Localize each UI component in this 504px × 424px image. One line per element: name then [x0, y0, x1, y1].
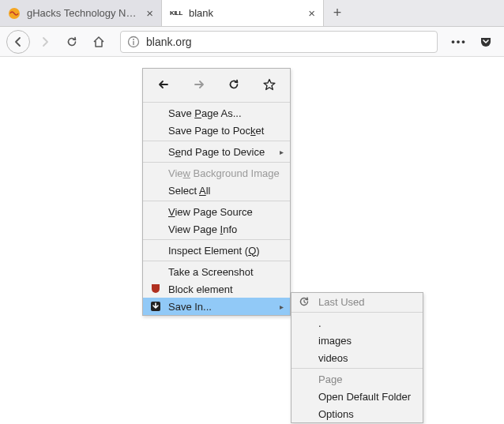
ctx-save-to-pocket[interactable]: Save Page to Pocket [143, 122, 290, 139]
ctx-reload-button[interactable] [222, 73, 246, 96]
chevron-right-icon: ▸ [280, 302, 284, 311]
ctx-view-source[interactable]: View Page Source [143, 203, 290, 220]
ctx-forward-button[interactable] [187, 73, 211, 96]
submenu-header-last-used: Last Used [291, 293, 423, 310]
close-icon[interactable]: × [308, 7, 315, 19]
menu-separator [143, 162, 290, 163]
submenu-open-default-folder[interactable]: Open Default Folder [291, 388, 423, 405]
context-menu: Save Page As... Save Page to Pocket Send… [142, 68, 291, 316]
ctx-take-screenshot[interactable]: Take a Screenshot [143, 263, 290, 280]
ctx-bookmark-button[interactable] [258, 73, 281, 96]
ctx-save-page-as[interactable]: Save Page As... [143, 104, 290, 122]
nav-toolbar: ••• [0, 27, 504, 57]
history-icon [298, 295, 310, 308]
favicon-blank: KILL [170, 7, 182, 20]
page-actions-button[interactable]: ••• [447, 30, 471, 54]
save-in-icon [149, 300, 162, 313]
submenu-item-dot[interactable]: . [291, 314, 423, 332]
ctx-save-in[interactable]: Save In... ▸ [143, 298, 290, 315]
tab-blank[interactable]: KILL blank × [162, 0, 324, 26]
submenu-item-videos[interactable]: videos [291, 349, 423, 366]
ctx-view-bg-image: View Background Image [143, 164, 290, 182]
tab-label: gHacks Technology News [27, 7, 140, 19]
submenu-item-images[interactable]: images [291, 332, 423, 349]
tab-label: blank [189, 7, 302, 19]
ctx-view-info[interactable]: View Page Info [143, 220, 290, 238]
back-button[interactable] [6, 30, 30, 54]
home-button[interactable] [87, 30, 111, 54]
ctx-inspect-element[interactable]: Inspect Element (Q) [143, 242, 290, 259]
menu-separator [143, 102, 290, 103]
ctx-send-to-device[interactable]: Send Page to Device▸ [143, 143, 290, 160]
close-icon[interactable]: × [146, 7, 153, 19]
url-input[interactable] [146, 36, 431, 48]
ctx-back-button[interactable] [152, 73, 175, 96]
ctx-select-all[interactable]: Select All [143, 182, 290, 199]
submenu-header-page: Page [291, 370, 423, 388]
favicon-ghacks [8, 7, 21, 20]
forward-button[interactable] [33, 30, 57, 54]
tab-ghacks[interactable]: gHacks Technology News × [0, 0, 162, 26]
pocket-button[interactable] [474, 30, 498, 54]
svg-rect-3 [133, 41, 134, 45]
menu-separator [143, 201, 290, 201]
url-bar[interactable] [120, 31, 438, 53]
tab-strip: gHacks Technology News × KILL blank × + [0, 0, 504, 27]
menu-separator [291, 312, 423, 313]
ublock-icon [149, 283, 162, 295]
menu-separator [143, 141, 290, 141]
save-in-submenu: Last Used . images videos Page Open Defa… [291, 292, 423, 423]
new-tab-button[interactable]: + [324, 0, 351, 26]
reload-button[interactable] [60, 30, 84, 54]
chevron-right-icon: ▸ [280, 148, 284, 156]
menu-separator [143, 261, 290, 261]
info-icon[interactable] [127, 36, 140, 48]
svg-point-2 [133, 39, 134, 40]
ctx-block-element[interactable]: Block element [143, 280, 290, 298]
context-menu-navrow [143, 69, 290, 100]
menu-separator [143, 239, 290, 240]
submenu-options[interactable]: Options [291, 405, 423, 422]
menu-separator [291, 368, 423, 369]
